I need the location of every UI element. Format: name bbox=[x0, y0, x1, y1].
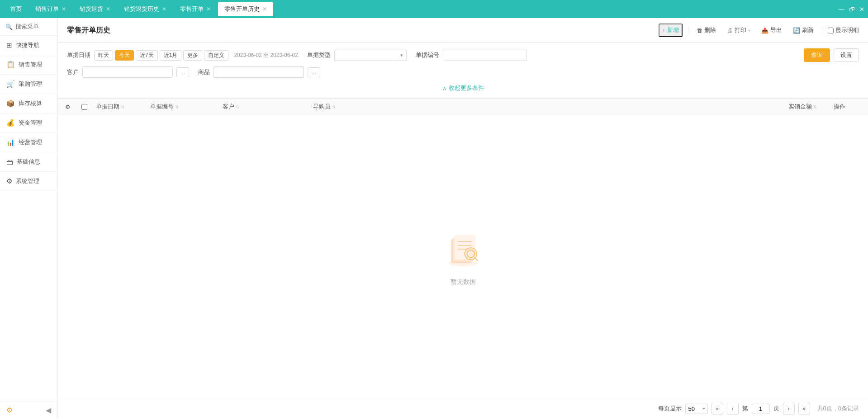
sidebar-item-inventory[interactable]: 📦 库存核算 bbox=[0, 94, 57, 113]
svg-line-9 bbox=[474, 258, 477, 260]
customer-input[interactable] bbox=[82, 66, 173, 78]
th-customer: 客户 ⇅ bbox=[219, 103, 309, 111]
th-setting[interactable]: ⚙ bbox=[60, 104, 76, 110]
refresh-icon: 🔄 bbox=[793, 27, 800, 34]
pagination: 每页显示 10 20 50 100 « ‹ 第 页 › » 共0页，0条记录 bbox=[58, 398, 868, 419]
page-prev-button[interactable]: ‹ bbox=[727, 403, 739, 414]
print-icon: 🖨 bbox=[727, 27, 733, 34]
date-shortcuts: 昨天 今天 近7天 近1月 更多 自定义 bbox=[94, 50, 228, 61]
tab-close-sales-return[interactable]: ✕ bbox=[106, 6, 110, 12]
date-btn-7days[interactable]: 近7天 bbox=[136, 50, 158, 61]
inventory-icon: 📦 bbox=[6, 99, 15, 108]
collapse-sidebar-icon[interactable]: ◀ bbox=[46, 406, 51, 414]
delete-icon: 🗑 bbox=[697, 27, 702, 34]
product-ellipsis-button[interactable]: ... bbox=[308, 67, 320, 77]
quick-nav-icon: ⊞ bbox=[6, 41, 12, 49]
empty-illustration bbox=[441, 227, 486, 273]
delete-button[interactable]: 🗑 删除 bbox=[694, 24, 719, 36]
sidebar-item-basic-info[interactable]: 🗃 基础信息 bbox=[0, 152, 57, 172]
settings-gear-icon[interactable]: ⚙ bbox=[6, 406, 13, 414]
operations-mgmt-icon: 📊 bbox=[6, 138, 15, 146]
page-last-button[interactable]: » bbox=[798, 403, 810, 414]
tab-home[interactable]: 首页 bbox=[4, 2, 28, 16]
customer-label: 客户 bbox=[67, 68, 79, 76]
sidebar-search[interactable]: 🔍 搜索采单 bbox=[0, 18, 57, 36]
show-detail-checkbox[interactable] bbox=[828, 28, 834, 33]
bill-type-select-wrapper bbox=[334, 50, 407, 61]
bill-number-input[interactable] bbox=[443, 50, 527, 61]
sidebar-item-purchase-mgmt[interactable]: 🛒 采购管理 bbox=[0, 75, 57, 94]
sort-guide-icon[interactable]: ⇅ bbox=[332, 104, 336, 109]
tab-close-sales-order[interactable]: ✕ bbox=[62, 6, 66, 12]
toolbar: + 新增 🗑 删除 🖨 打印 ▾ 📤 导出 🔄 刷新 bbox=[659, 24, 859, 37]
basic-info-icon: 🗃 bbox=[6, 158, 13, 166]
collapse-conditions[interactable]: ∧ 收起更多条件 bbox=[67, 82, 859, 92]
tab-sales-return-history[interactable]: 销货退货历史 ✕ bbox=[118, 2, 173, 16]
add-button[interactable]: + 新增 bbox=[659, 24, 683, 37]
th-guide: 导购员 ⇅ bbox=[309, 103, 355, 111]
sort-customer-icon[interactable]: ⇅ bbox=[236, 104, 239, 109]
bill-number-label: 单据编号 bbox=[416, 51, 439, 59]
filter-item-date: 单据日期 昨天 今天 近7天 近1月 更多 自定义 2023-06-02 至 2… bbox=[67, 50, 298, 61]
product-label: 商品 bbox=[198, 68, 210, 76]
empty-text: 暂无数据 bbox=[451, 278, 476, 286]
sidebar-item-operations-mgmt[interactable]: 📊 经营管理 bbox=[0, 133, 57, 152]
sort-amount-icon[interactable]: ⇅ bbox=[813, 104, 817, 109]
customer-ellipsis-button[interactable]: ... bbox=[176, 67, 189, 77]
window-controls: — 🗗 ✕ bbox=[839, 6, 864, 13]
tab-retail-open-history[interactable]: 零售开单历史 ✕ bbox=[218, 2, 273, 16]
query-button[interactable]: 查询 bbox=[804, 48, 830, 62]
th-date: 单据日期 ⇅ bbox=[92, 103, 147, 111]
show-detail-toggle[interactable]: 显示明细 bbox=[828, 26, 859, 34]
date-btn-1month[interactable]: 近1月 bbox=[160, 50, 182, 61]
tab-close-sales-return-history[interactable]: ✕ bbox=[162, 6, 166, 12]
sidebar-item-finance-mgmt[interactable]: 💰 资金管理 bbox=[0, 113, 57, 133]
th-number: 单据编号 ⇅ bbox=[147, 103, 219, 111]
page-size-label: 每页显示 bbox=[658, 405, 682, 413]
minimize-button[interactable]: — bbox=[839, 6, 844, 13]
setting-button[interactable]: 设置 bbox=[834, 48, 859, 62]
tab-sales-order[interactable]: 销售订单 ✕ bbox=[29, 2, 72, 16]
date-btn-more[interactable]: 更多 bbox=[183, 50, 202, 61]
finance-mgmt-icon: 💰 bbox=[6, 119, 15, 127]
th-action: 操作 bbox=[830, 103, 866, 111]
print-button[interactable]: 🖨 打印 ▾ bbox=[724, 24, 753, 36]
bill-type-select[interactable] bbox=[334, 50, 407, 61]
tab-sales-return[interactable]: 销货退货 ✕ bbox=[73, 2, 117, 16]
export-button[interactable]: 📤 导出 bbox=[759, 24, 785, 36]
sidebar-item-quick-nav[interactable]: ⊞ 快捷导航 bbox=[0, 36, 57, 55]
restore-button[interactable]: 🗗 bbox=[849, 6, 855, 13]
close-button[interactable]: ✕ bbox=[859, 6, 864, 13]
page-size-select[interactable]: 10 20 50 100 bbox=[685, 404, 708, 414]
sort-number-icon[interactable]: ⇅ bbox=[175, 104, 179, 109]
sidebar-nav: ⊞ 快捷导航 📋 销售管理 🛒 采购管理 📦 库存核算 💰 资金管理 📊 bbox=[0, 36, 57, 401]
content-area: 零售开单历史 + 新增 🗑 删除 🖨 打印 ▾ 📤 导出 � bbox=[58, 18, 868, 419]
refresh-button[interactable]: 🔄 刷新 bbox=[790, 24, 816, 36]
sidebar-item-system-mgmt[interactable]: ⚙ 系统管理 bbox=[0, 172, 57, 191]
tab-retail-open[interactable]: 零售开单 ✕ bbox=[174, 2, 217, 16]
page-number-input[interactable] bbox=[752, 404, 770, 414]
purchase-mgmt-icon: 🛒 bbox=[6, 80, 15, 88]
date-btn-today[interactable]: 今天 bbox=[115, 50, 134, 61]
tab-close-retail-open[interactable]: ✕ bbox=[206, 6, 211, 12]
filter-item-bill-type: 单据类型 bbox=[307, 50, 407, 61]
table-setting-icon[interactable]: ⚙ bbox=[65, 104, 71, 110]
page-next-button[interactable]: › bbox=[783, 403, 795, 414]
date-btn-yesterday[interactable]: 昨天 bbox=[94, 50, 113, 61]
sidebar-item-sales-mgmt[interactable]: 📋 销售管理 bbox=[0, 55, 57, 75]
date-btn-custom[interactable]: 自定义 bbox=[204, 50, 228, 61]
bill-type-label: 单据类型 bbox=[307, 51, 331, 59]
product-input[interactable] bbox=[213, 66, 304, 78]
table-body: 暂无数据 bbox=[58, 115, 868, 398]
th-amount: 实销金额 ⇅ bbox=[785, 103, 830, 111]
sort-date-icon[interactable]: ⇅ bbox=[121, 104, 124, 109]
toolbar-divider-2 bbox=[822, 27, 822, 34]
tab-close-retail-open-history[interactable]: ✕ bbox=[262, 6, 267, 12]
print-dropdown-icon[interactable]: ▾ bbox=[748, 28, 750, 33]
select-all-checkbox[interactable] bbox=[81, 104, 87, 110]
search-icon: 🔍 bbox=[5, 24, 13, 30]
date-label: 单据日期 bbox=[67, 51, 90, 59]
filter-item-customer: 客户 ... bbox=[67, 66, 189, 78]
sidebar-footer: ⚙ ◀ bbox=[0, 401, 57, 419]
page-first-button[interactable]: « bbox=[711, 403, 723, 414]
